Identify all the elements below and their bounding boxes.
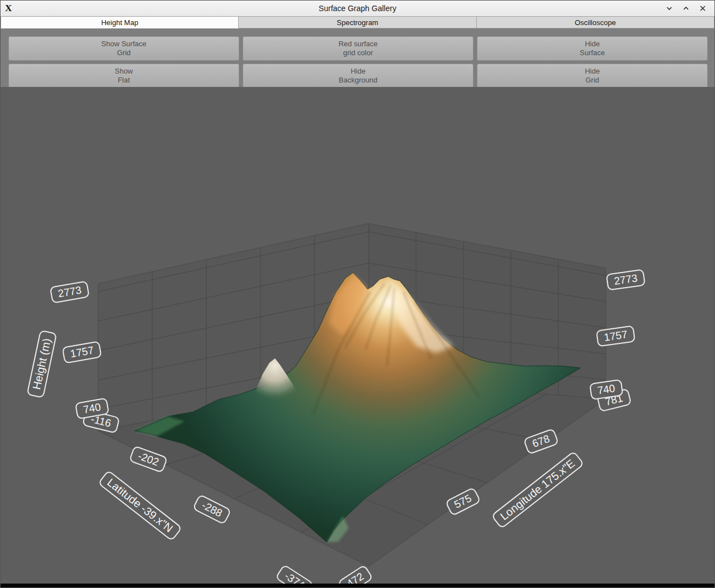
window-title: Surface Graph Gallery — [1, 4, 714, 13]
chevron-down-icon[interactable] — [663, 2, 675, 14]
close-icon[interactable] — [697, 2, 709, 14]
tab-height-map[interactable]: Height Map — [1, 16, 239, 28]
title-bar[interactable]: X Surface Graph Gallery — [1, 1, 714, 17]
hide-grid-button[interactable]: Hide Grid — [477, 64, 708, 88]
tab-spectrogram[interactable]: Spectrogram — [239, 16, 476, 28]
chevron-up-icon[interactable] — [680, 2, 692, 14]
toolbar: Show Surface Grid Red surface grid color… — [8, 36, 708, 88]
tab-bar: Height Map Spectrogram Oscilloscope — [1, 16, 714, 28]
surface-plot-canvas[interactable]: Height (m) 2773 1757 -116 740 -202 -288 … — [1, 87, 714, 584]
show-flat-button[interactable]: Show Flat — [8, 64, 239, 88]
screen-edge-strip — [1, 584, 714, 587]
hide-surface-button[interactable]: Hide Surface — [477, 36, 708, 61]
app-icon: X — [5, 3, 12, 14]
app-window: X Surface Graph Gallery Height Map Spect… — [0, 0, 715, 588]
hide-background-button[interactable]: Hide Background — [243, 64, 474, 88]
surface-grid-color-button[interactable]: Red surface grid color — [243, 36, 474, 61]
window-controls — [663, 2, 714, 14]
show-surface-grid-button[interactable]: Show Surface Grid — [8, 36, 239, 61]
tab-oscilloscope[interactable]: Oscilloscope — [477, 16, 714, 28]
